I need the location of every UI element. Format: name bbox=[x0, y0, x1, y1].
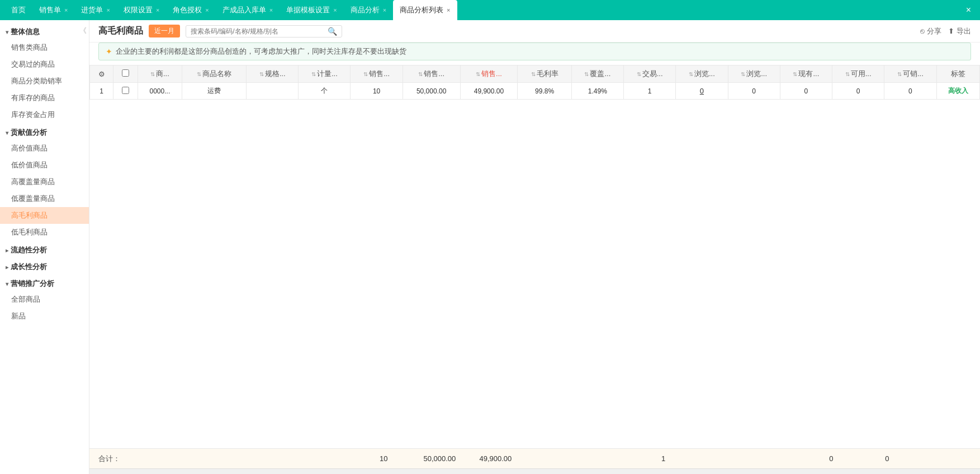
footer-current-stock: 0 bbox=[803, 454, 859, 463]
col-sales-qty[interactable]: ⇅销售... bbox=[351, 65, 403, 83]
col-name[interactable]: ⇅商品名称 bbox=[182, 65, 246, 83]
close-icon[interactable]: × bbox=[205, 7, 209, 13]
table-row: 1 0000... 运费 个 10 50,000.00 49,900.00 99… bbox=[90, 83, 980, 100]
cell-coverage: 1.49% bbox=[571, 83, 623, 100]
col-unit[interactable]: ⇅计量... bbox=[299, 65, 351, 83]
footer-spacer4 bbox=[300, 454, 356, 463]
sidebar-item-low-margin[interactable]: 低毛利商品 bbox=[0, 224, 89, 241]
col-views2[interactable]: ⇅浏览... bbox=[728, 65, 780, 83]
filter-recent-month-button[interactable]: 近一月 bbox=[149, 25, 180, 37]
sidebar-collapse-button[interactable]: 《 bbox=[77, 25, 89, 37]
footer-sales-qty: 10 bbox=[356, 454, 411, 463]
close-icon[interactable]: × bbox=[333, 7, 337, 13]
nav-purchase-order[interactable]: 进货单 × bbox=[74, 0, 116, 20]
col-available-stock[interactable]: ⇅可用... bbox=[832, 65, 884, 83]
sidebar-item-traded-goods[interactable]: 交易过的商品 bbox=[0, 56, 89, 73]
close-icon[interactable]: × bbox=[269, 7, 273, 13]
close-icon[interactable]: × bbox=[106, 7, 110, 13]
sort-icon: ⇅ bbox=[311, 71, 316, 77]
sort-icon: ⇅ bbox=[584, 71, 589, 77]
sidebar-section-trend[interactable]: ▸ 流趋性分析 bbox=[0, 241, 89, 257]
cell-margin-rate: 99.8% bbox=[518, 83, 571, 100]
cell-unit: 个 bbox=[299, 83, 351, 100]
col-current-stock[interactable]: ⇅现有... bbox=[780, 65, 832, 83]
footer-spacer3 bbox=[244, 454, 300, 463]
col-margin-rate[interactable]: ⇅毛利率 bbox=[518, 65, 571, 83]
share-button[interactable]: ⎋ 分享 bbox=[920, 26, 941, 36]
col-sellable[interactable]: ⇅可销... bbox=[884, 65, 936, 83]
cell-sales-cost: 49,900.00 bbox=[460, 83, 518, 100]
sidebar-item-all-goods[interactable]: 全部商品 bbox=[0, 291, 89, 308]
cell-sales-amt: 50,000.00 bbox=[403, 83, 460, 100]
col-code[interactable]: ⇅商... bbox=[138, 65, 182, 83]
row-checkbox[interactable] bbox=[122, 87, 129, 94]
sort-icon: ⇅ bbox=[150, 71, 155, 77]
top-nav: 首页 销售单 × 进货单 × 权限设置 × 角色授权 × 产成品入库单 × 单据… bbox=[0, 0, 980, 20]
sidebar-section-overall[interactable]: ▾ 整体信息 bbox=[0, 22, 89, 39]
nav-permission-settings[interactable]: 权限设置 × bbox=[117, 0, 166, 20]
nav-sales-order[interactable]: 销售单 × bbox=[32, 0, 74, 20]
close-icon[interactable]: × bbox=[64, 7, 68, 13]
sidebar-item-high-coverage[interactable]: 高覆盖量商品 bbox=[0, 173, 89, 190]
search-input[interactable] bbox=[191, 27, 328, 35]
col-sales-cost[interactable]: ⇅销售... bbox=[460, 65, 518, 83]
close-icon[interactable]: × bbox=[156, 7, 159, 13]
col-sales-amt[interactable]: ⇅销售... bbox=[403, 65, 460, 83]
col-transactions[interactable]: ⇅交易... bbox=[624, 65, 676, 83]
sidebar-section-growth[interactable]: ▸ 成长性分析 bbox=[0, 257, 89, 274]
info-bar: ✦ 企业的主要的利润都是这部分商品创造的，可考虑加大推广，同时关注库存是不要出现… bbox=[98, 43, 971, 60]
cell-available-stock: 0 bbox=[832, 83, 884, 100]
col-checkbox[interactable] bbox=[113, 65, 138, 83]
sort-icon: ⇅ bbox=[418, 71, 423, 77]
footer-sales-cost: 49,900.00 bbox=[467, 454, 523, 463]
sidebar-item-low-coverage[interactable]: 低覆盖量商品 bbox=[0, 190, 89, 207]
col-views1[interactable]: ⇅浏览... bbox=[676, 65, 728, 83]
nav-role-auth[interactable]: 角色授权 × bbox=[166, 0, 215, 20]
sidebar-section-contribution[interactable]: ▾ 贡献值分析 bbox=[0, 123, 89, 140]
cell-views1[interactable]: 0 bbox=[676, 83, 728, 100]
col-tag[interactable]: 标签 bbox=[936, 65, 980, 83]
page-title: 高毛利商品 bbox=[98, 25, 143, 37]
expand-icon: ▸ bbox=[6, 264, 8, 270]
nav-template-settings[interactable]: 单据模板设置 × bbox=[280, 0, 343, 20]
nav-product-analysis[interactable]: 商品分析 × bbox=[344, 0, 393, 20]
export-button[interactable]: ⬆ 导出 bbox=[948, 26, 971, 36]
sort-icon: ⇅ bbox=[845, 71, 850, 77]
close-icon[interactable]: × bbox=[447, 7, 450, 13]
cell-views2: 0 bbox=[728, 83, 780, 100]
col-settings[interactable]: ⚙ bbox=[90, 65, 113, 83]
sidebar-contribution-items: 高价值商品 低价值商品 高覆盖量商品 低覆盖量商品 高毛利商品 低毛利商品 bbox=[0, 140, 89, 241]
cell-sellable: 0 bbox=[884, 83, 936, 100]
nav-product-inbound[interactable]: 产成品入库单 × bbox=[216, 0, 280, 20]
cell-index: 1 bbox=[90, 83, 113, 100]
cell-tag: 高收入 bbox=[936, 83, 980, 100]
footer-spacer9 bbox=[915, 454, 971, 463]
sort-icon: ⇅ bbox=[476, 71, 480, 77]
content-area: 高毛利商品 近一月 🔍 ⎋ 分享 ⬆ 导出 ✦ 企业的主要的利润都是这部分商品创… bbox=[89, 20, 980, 474]
close-icon[interactable]: × bbox=[383, 7, 386, 13]
sort-icon: ⇅ bbox=[637, 71, 641, 77]
col-spec[interactable]: ⇅规格... bbox=[246, 65, 298, 83]
sort-icon: ⇅ bbox=[793, 71, 797, 77]
sidebar-item-low-value[interactable]: 低价值商品 bbox=[0, 157, 89, 173]
sidebar-item-high-value[interactable]: 高价值商品 bbox=[0, 140, 89, 157]
sidebar-item-new-goods[interactable]: 新品 bbox=[0, 308, 89, 325]
search-icon[interactable]: 🔍 bbox=[328, 27, 337, 36]
sidebar-marketing-items: 全部商品 新品 bbox=[0, 291, 89, 325]
cell-checkbox[interactable] bbox=[113, 83, 138, 100]
sidebar-item-category-rate[interactable]: 商品分类助销率 bbox=[0, 73, 89, 90]
sidebar-section-marketing[interactable]: ▾ 营销推广分析 bbox=[0, 274, 89, 291]
footer-spacer5 bbox=[523, 454, 579, 463]
sidebar-overall-items: 销售类商品 交易过的商品 商品分类助销率 有库存的商品 库存资金占用 bbox=[0, 39, 89, 123]
sidebar-item-high-margin[interactable]: 高毛利商品 bbox=[0, 207, 89, 224]
sidebar-item-stock-capital[interactable]: 库存资金占用 bbox=[0, 106, 89, 123]
select-all-checkbox[interactable] bbox=[122, 69, 129, 77]
col-coverage[interactable]: ⇅覆盖... bbox=[571, 65, 623, 83]
horizontal-scrollbar[interactable] bbox=[89, 468, 980, 474]
nav-product-analysis-list[interactable]: 商品分析列表 × bbox=[393, 0, 457, 20]
close-all-button[interactable]: × bbox=[962, 5, 976, 15]
sidebar-item-stock-goods[interactable]: 有库存的商品 bbox=[0, 90, 89, 106]
nav-home[interactable]: 首页 bbox=[4, 0, 32, 20]
sidebar-item-sales-goods[interactable]: 销售类商品 bbox=[0, 39, 89, 56]
sort-icon: ⇅ bbox=[741, 71, 745, 77]
